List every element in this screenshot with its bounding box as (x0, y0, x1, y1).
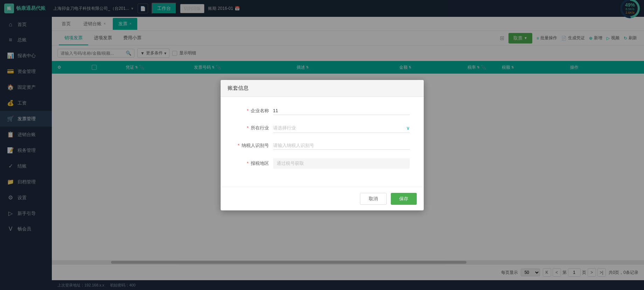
tax-id-input[interactable] (273, 141, 410, 150)
tax-region-field: 通过税号获取 (273, 158, 410, 169)
cancel-button[interactable]: 取消 (360, 193, 387, 205)
form-row-tax-region: * 报税地区 通过税号获取 (235, 158, 410, 169)
tax-region-label: * 报税地区 (235, 160, 273, 167)
tax-id-label: * 纳税人识别号 (235, 142, 273, 149)
industry-dropdown-icon: ∨ (406, 125, 410, 131)
account-info-dialog: 账套信息 * 企业名称 * 所在行业 请选择行业 ∨ (221, 80, 424, 210)
dialog-footer: 取消 保存 (221, 187, 424, 210)
form-row-company-name: * 企业名称 (235, 107, 410, 115)
industry-select[interactable]: 请选择行业 ∨ (273, 123, 410, 133)
company-name-label: * 企业名称 (235, 108, 273, 114)
tax-region-required-mark: * (247, 161, 249, 166)
dialog-title: 账套信息 (228, 85, 249, 91)
form-row-industry: * 所在行业 请选择行业 ∨ (235, 123, 410, 133)
company-name-required-mark: * (247, 108, 249, 113)
form-row-tax-id: * 纳税人识别号 (235, 141, 410, 150)
industry-required-mark: * (247, 125, 249, 130)
modal-overlay[interactable]: 账套信息 * 企业名称 * 所在行业 请选择行业 ∨ (0, 0, 644, 290)
dialog-body: * 企业名称 * 所在行业 请选择行业 ∨ * (221, 97, 424, 187)
dialog-header: 账套信息 (221, 80, 424, 97)
company-name-input[interactable] (273, 107, 410, 115)
tax-id-required-mark: * (238, 143, 240, 148)
save-button[interactable]: 保存 (391, 193, 417, 205)
industry-placeholder: 请选择行业 (273, 125, 406, 131)
industry-label: * 所在行业 (235, 125, 273, 131)
